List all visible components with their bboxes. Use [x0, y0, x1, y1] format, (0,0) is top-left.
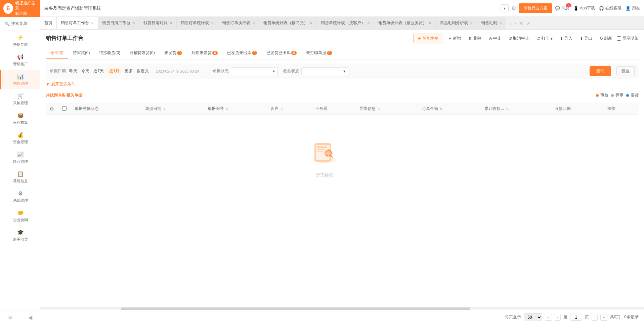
filter-tab-shipped-not-out[interactable]: 已发货未出库0 [222, 47, 262, 59]
sidebar-item-quick-nav[interactable]: ⚡ 快捷导航 [0, 31, 40, 50]
settings-filter-button[interactable]: 设置 [616, 66, 635, 76]
tab-cash-daily[interactable]: 钱货日清工作台 ✕ [98, 17, 139, 30]
sidebar-item-collab[interactable]: 🤝 企业协同 [0, 206, 40, 226]
tab-close-customer-stats[interactable]: ✕ [367, 21, 370, 25]
col-customer[interactable]: 客户 ⇅ [266, 103, 311, 115]
scrollbar-thumb[interactable] [121, 308, 470, 310]
sidebar-item-operations[interactable]: 📈 经营管理 [0, 148, 40, 167]
sidebar-item-guide[interactable]: 🎓 新手引导 [0, 226, 40, 245]
sidebar-item-basic[interactable]: 📋 基础信息 [0, 167, 40, 187]
tab-sales-order-exec[interactable]: 销售订单执行表 ✕ [218, 17, 259, 30]
sort-amount-icon[interactable]: ⇅ [440, 107, 442, 111]
date-opt-yesterday[interactable]: 昨天 [68, 68, 79, 75]
sidebar-item-purchase[interactable]: 🛒 采购管理 [0, 89, 40, 109]
print-button[interactable]: 🖨 打印 ▾ [534, 34, 555, 43]
tab-sales-stats-product[interactable]: 销货单统计表（按商品） ✕ [259, 17, 317, 30]
delete-button[interactable]: 🗑 删除 [466, 34, 484, 43]
tab-sales-stats-customer[interactable]: 销货单统计表（按客户） ✕ [317, 17, 374, 30]
date-opt-1month[interactable]: 近1月 [106, 68, 122, 75]
expand-more-button[interactable]: ▼ 展开更多条件 [46, 81, 639, 87]
message-button[interactable]: 💬 消息 6 [555, 5, 569, 11]
tab-close-more[interactable]: ✕ [499, 21, 502, 25]
export-button[interactable]: ⬆ 导出 [577, 34, 595, 43]
cancel-suspend-button[interactable]: ↺ 取消中止 [506, 34, 532, 43]
tab-close-product-stats[interactable]: ✕ [310, 21, 312, 25]
tab-home[interactable]: 首页 [40, 17, 57, 30]
collapse-button[interactable]: ◀ [25, 311, 36, 324]
show-detail-checkbox[interactable]: 显示明细 [617, 36, 639, 41]
show-detail-input[interactable] [617, 36, 621, 41]
tab-sales-order-workbench[interactable]: 销售订单工作台 ✕ [57, 17, 98, 30]
search-menu-button[interactable]: 🔍 搜索菜单 [3, 19, 37, 28]
sort-collected-icon[interactable]: ⇅ [506, 107, 509, 111]
tab-product-margin[interactable]: 商品毛利分析表 ✕ [436, 17, 477, 30]
sidebar-item-system[interactable]: ⚙ 系统管理 [0, 187, 40, 206]
tab-close-sales-order[interactable]: ✕ [91, 21, 94, 25]
prev-page-button[interactable]: ‹ [555, 314, 561, 321]
sort-abnormal-icon[interactable]: ⇅ [377, 107, 380, 111]
system-dropdown-button[interactable]: ▾ [501, 4, 509, 12]
service-button[interactable]: 🎧 在线客服 [599, 5, 621, 11]
col-number[interactable]: 单据编号 ⇅ [204, 103, 266, 115]
first-page-button[interactable]: « [545, 314, 552, 321]
sidebar-item-inventory[interactable]: 📦 库存核算 [0, 109, 40, 128]
select-all-checkbox[interactable] [62, 106, 67, 111]
ship-button[interactable]: 发货 [626, 92, 639, 98]
tab-close-all[interactable]: ✕ [518, 20, 525, 27]
tab-close-cash-reconcile[interactable]: ✕ [170, 21, 172, 25]
horizontal-scrollbar[interactable] [40, 307, 644, 310]
col-date[interactable]: 单据日期 ⇅ [141, 103, 204, 115]
col-amount[interactable]: 订单金额 ⇅ [418, 103, 480, 115]
sidebar-item-sales[interactable]: 📊 销售管理 [0, 70, 40, 89]
sidebar-item-marketing[interactable]: 📢 营销推广 [0, 50, 40, 70]
date-opt-7days[interactable]: 近7天 [92, 68, 105, 75]
tab-nav-next[interactable]: › [513, 20, 518, 27]
col-collected[interactable]: 累计收款... ⇅ [480, 103, 550, 115]
tab-close-cash-daily[interactable]: ✕ [132, 21, 135, 25]
topbar-settings-icon[interactable]: ⚙ [511, 5, 516, 11]
tab-close-sales-exec[interactable]: ✕ [252, 21, 255, 25]
status-select[interactable]: ▾ [231, 67, 278, 75]
next-page-button[interactable]: › [592, 314, 598, 321]
tab-nav-prev[interactable]: ‹ [508, 20, 513, 27]
sort-number-icon[interactable]: ⇅ [225, 107, 228, 111]
date-opt-today[interactable]: 今天 [80, 68, 91, 75]
sidebar-item-finance[interactable]: 💰 资金管理 [0, 128, 40, 148]
filter-tab-not-printed[interactable]: 未打印单据0 [301, 47, 337, 59]
filter-tab-not-shipped[interactable]: 未发货0 [160, 47, 187, 59]
filter-tab-overdue[interactable]: 到期未发货0 [187, 47, 222, 59]
tab-maximize[interactable]: ⤢ [525, 20, 532, 27]
filter-tab-wangpu[interactable]: 旺铺待发货(0) [125, 47, 160, 59]
last-page-button[interactable]: » [600, 314, 607, 321]
date-opt-more[interactable]: 更多 [123, 68, 134, 75]
cancel-review-button[interactable]: 弃审 [611, 92, 624, 98]
tab-sales-more[interactable]: 销售毛利 ✕ [477, 17, 506, 30]
tab-cash-reconcile[interactable]: 钱货日清对账 ✕ [139, 17, 177, 30]
smart-create-button[interactable]: ★ 智能生单 [413, 34, 443, 43]
suspend-button[interactable]: ⊘ 中止 [486, 34, 504, 43]
tab-close-margin[interactable]: ✕ [470, 21, 473, 25]
add-button[interactable]: ＋ 新增 [445, 34, 464, 43]
query-button[interactable]: 查询 [590, 66, 611, 76]
date-opt-custom[interactable]: 自定义 [135, 68, 150, 75]
filter-tab-pending-review[interactable]: 待审核(0) [68, 47, 95, 59]
table-checkbox-col[interactable] [58, 103, 71, 115]
tab-close-sales-stats[interactable]: ✕ [211, 21, 214, 25]
filter-tab-all[interactable]: 全部(0) [46, 47, 68, 59]
user-button[interactable]: 👤 用友 [626, 5, 640, 11]
tab-sales-order-stats[interactable]: 销售订单统计表 ✕ [177, 17, 218, 30]
settings-button[interactable]: ⚙ [4, 311, 16, 324]
sort-date-icon[interactable]: ⇅ [163, 107, 166, 111]
trial-btn[interactable]: 体验行业方案 [519, 3, 552, 13]
payment-select[interactable]: ▾ [301, 67, 348, 75]
filter-tab-pending-check[interactable]: 待拣验货(0) [94, 47, 125, 59]
refresh-button[interactable]: ↻ 刷新 [597, 34, 615, 43]
import-button[interactable]: ⬇ 导入 [557, 34, 575, 43]
app-download-button[interactable]: 📱 App下载 [573, 5, 595, 11]
sort-customer-icon[interactable]: ⇅ [280, 107, 283, 111]
tab-sales-stats-staff[interactable]: 销货单统计表（按业务员） ✕ [374, 17, 436, 30]
table-settings-col[interactable]: ⚙ [46, 103, 58, 115]
page-size-select[interactable]: 10 20 50 100 [524, 313, 542, 321]
review-button[interactable]: 审核 [596, 92, 608, 98]
page-number-input[interactable] [570, 314, 582, 321]
